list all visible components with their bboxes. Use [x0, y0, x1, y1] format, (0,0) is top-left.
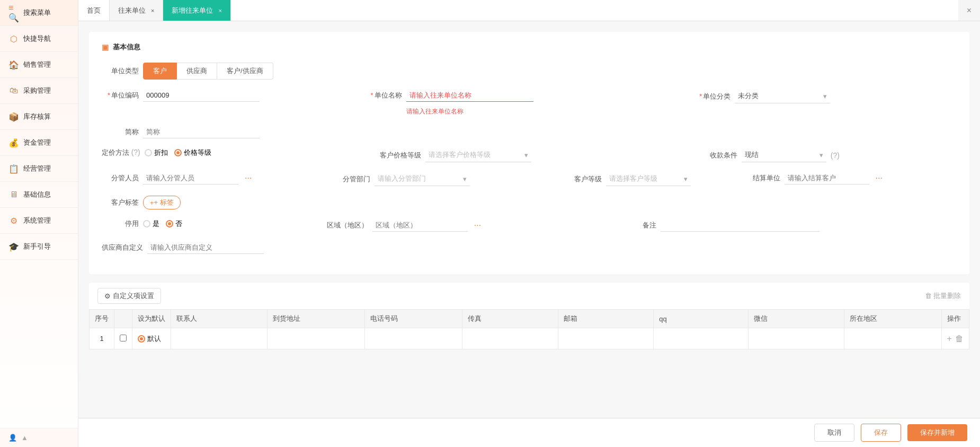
cell-fax[interactable]	[462, 328, 558, 349]
manager-more-btn[interactable]: ···	[243, 173, 254, 183]
address-input[interactable]	[273, 332, 359, 345]
region-label: 区域（地区）	[327, 221, 368, 230]
cell-wechat[interactable]	[749, 328, 844, 349]
action-bar: 取消 保存 保存并新增	[78, 418, 980, 447]
tab-home[interactable]: 首页	[78, 0, 110, 21]
btn-customer-supplier[interactable]: 客户/供应商	[217, 63, 273, 80]
sidebar-item-finance[interactable]: 💰 资金管理	[0, 130, 78, 156]
chevron-down-icon: ▾	[524, 151, 528, 159]
system-icon: ⚙	[8, 215, 19, 226]
radio-disabled-no[interactable]: 否	[166, 219, 182, 229]
remark-input[interactable]	[661, 219, 819, 232]
batch-delete-button[interactable]: 🗑 批量删除	[925, 291, 961, 301]
tab-new-partner[interactable]: 新增往来单位 ×	[163, 0, 230, 21]
region-group: 区域（地区） ···	[327, 219, 619, 232]
cell-phone[interactable]	[365, 328, 462, 349]
sidebar-item-label: 搜索菜单	[23, 8, 51, 17]
tab-partners-close[interactable]: ×	[151, 7, 154, 14]
cell-qq[interactable]	[654, 328, 749, 349]
radio-default[interactable]: 默认	[138, 334, 165, 344]
chevron-down-icon: ▾	[463, 175, 467, 183]
col-email: 邮箱	[558, 310, 654, 328]
btn-customer[interactable]: 客户	[143, 63, 177, 80]
settlement-input[interactable]	[785, 172, 869, 185]
tab-new-partner-close[interactable]: ×	[218, 7, 221, 14]
search-icon: ≡🔍	[8, 7, 19, 18]
cell-region[interactable]	[844, 328, 941, 349]
tab-partners[interactable]: 往来单位 ×	[110, 0, 163, 21]
cancel-button[interactable]: 取消	[814, 424, 854, 442]
radio-dot-no	[166, 220, 173, 227]
settlement-group: 结算单位 ···	[743, 172, 957, 185]
radio-price-level[interactable]: 价格等级	[174, 148, 211, 157]
finance-icon: 💰	[8, 137, 19, 148]
sidebar-item-label: 系统管理	[23, 216, 51, 225]
sidebar-item-operations[interactable]: 📋 经营管理	[0, 156, 78, 182]
payment-terms-group: 收款条件 现结 ▾ (?)	[700, 148, 957, 162]
sidebar-item-basic[interactable]: 🖥 基础信息	[0, 182, 78, 208]
unit-code-input[interactable]	[143, 89, 260, 102]
phone-input[interactable]	[370, 332, 457, 345]
delete-row-button[interactable]: 🗑	[955, 334, 964, 344]
sidebar-item-quick-nav[interactable]: ⬡ 快捷导航	[0, 26, 78, 52]
chevron-down-icon: ▾	[823, 92, 827, 100]
department-select[interactable]: 请输入分管部门 ▾	[375, 172, 470, 186]
email-input[interactable]	[564, 332, 648, 345]
pricing-label: 定价方法 (?)	[102, 148, 140, 157]
manager-input[interactable]	[143, 172, 238, 185]
supplier-custom-group: 供应商自定义	[102, 241, 957, 254]
contact-input[interactable]	[176, 332, 262, 345]
region-input[interactable]	[372, 219, 468, 232]
unit-code-group: *单位编码	[102, 89, 365, 102]
fax-input[interactable]	[468, 332, 553, 345]
cell-checkbox[interactable]	[114, 328, 132, 349]
supplier-custom-input[interactable]	[147, 241, 264, 254]
alias-input[interactable]	[143, 126, 260, 138]
sidebar-item-guide[interactable]: 🎓 新手引导	[0, 234, 78, 260]
window-close-button[interactable]: ×	[958, 0, 980, 21]
custom-settings-button[interactable]: ⚙ 自定义项设置	[97, 288, 161, 304]
settlement-more-btn[interactable]: ···	[874, 173, 885, 183]
save-button[interactable]: 保存	[861, 424, 901, 442]
sales-icon: 🏠	[8, 59, 19, 70]
alias-row: 简称	[102, 126, 957, 138]
manager-row: 分管人员 ··· 分管部门 请输入分管部门 ▾ 客户等级 请选择客户等级 ▾	[102, 172, 957, 186]
btn-supplier[interactable]: 供应商	[177, 63, 217, 80]
add-tag-button[interactable]: + + 标签	[143, 196, 181, 209]
radio-discount[interactable]: 折扣	[145, 148, 168, 157]
disabled-radio-group: 是 否	[143, 219, 182, 229]
sidebar-item-label: 库存核算	[23, 112, 51, 121]
unit-name-input[interactable]	[406, 89, 533, 102]
row-checkbox[interactable]	[120, 335, 127, 341]
unit-type-buttons: 客户 供应商 客户/供应商	[143, 63, 273, 80]
supplier-custom-label: 供应商自定义	[102, 243, 143, 252]
customer-level-select[interactable]: 请选择客户等级 ▾	[606, 172, 691, 186]
customer-price-select[interactable]: 请选择客户价格等级 ▾	[425, 148, 531, 162]
col-seq: 序号	[90, 310, 114, 328]
wechat-input[interactable]	[754, 332, 839, 345]
payment-terms-select[interactable]: 现结 ▾	[742, 148, 826, 162]
sidebar-item-search[interactable]: ≡🔍 搜索菜单	[0, 0, 78, 26]
unit-category-select[interactable]: 未分类 ▾	[735, 89, 830, 103]
cell-contact[interactable]	[171, 328, 268, 349]
col-contact: 联系人	[171, 310, 268, 328]
qq-input[interactable]	[659, 332, 743, 345]
sidebar-item-label: 采购管理	[23, 86, 51, 95]
customer-price-group: 客户价格等级 请选择客户价格等级 ▾	[380, 148, 700, 162]
sidebar-item-inventory[interactable]: 📦 库存核算	[0, 104, 78, 130]
sidebar-item-sales[interactable]: 🏠 销售管理	[0, 52, 78, 78]
pricing-help-icon[interactable]: (?)	[131, 148, 140, 156]
payment-help-icon[interactable]: (?)	[831, 151, 840, 160]
sidebar-item-purchase[interactable]: 🛍 采购管理	[0, 78, 78, 104]
radio-disabled-yes[interactable]: 是	[143, 219, 159, 229]
cell-email[interactable]	[558, 328, 654, 349]
cell-address[interactable]	[268, 328, 365, 349]
add-row-button[interactable]: +	[947, 334, 952, 344]
customer-level-label: 客户等级	[565, 174, 602, 184]
col-qq: qq	[654, 310, 749, 328]
save-and-new-button[interactable]: 保存并新增	[907, 424, 967, 441]
region-more-btn[interactable]: ···	[472, 221, 483, 230]
region-table-input[interactable]	[850, 332, 936, 345]
sidebar-item-system[interactable]: ⚙ 系统管理	[0, 208, 78, 234]
inventory-icon: 📦	[8, 111, 19, 122]
